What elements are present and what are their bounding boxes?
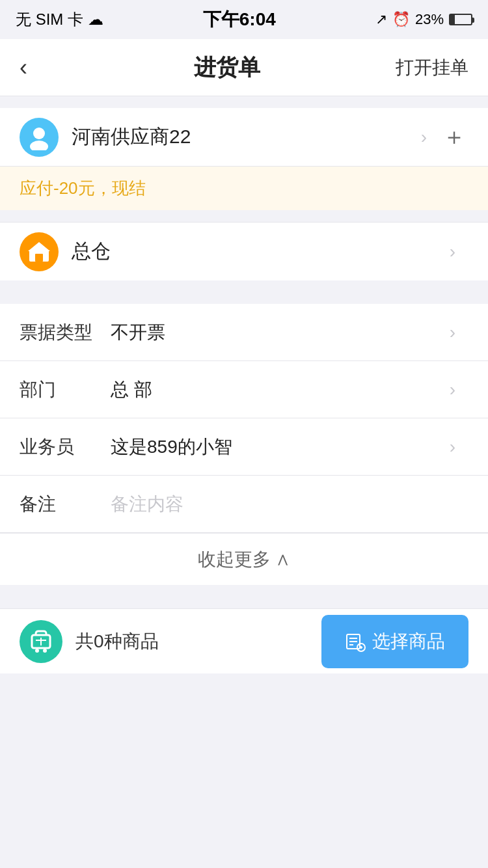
person-icon — [26, 124, 52, 150]
warehouse-name: 总仓 — [72, 238, 450, 265]
invoice-label: 票据类型 — [20, 320, 111, 345]
status-bar: 无 SIM 卡 ☁ 下午6:04 ↗ ⏰ 23% — [0, 0, 488, 39]
svg-point-7 — [43, 649, 47, 653]
form-row-invoice[interactable]: 票据类型 不开票 › — [0, 304, 488, 361]
nav-bar: ‹ 进货单 打开挂单 — [0, 39, 488, 96]
svg-point-0 — [33, 128, 45, 139]
form-row-department[interactable]: 部门 总 部 › — [0, 361, 488, 418]
remark-input[interactable]: 备注内容 — [111, 492, 468, 517]
battery-label: 23% — [415, 11, 444, 28]
select-product-icon — [345, 631, 366, 652]
page-title: 进货单 — [194, 53, 260, 83]
svg-marker-3 — [28, 242, 50, 251]
form-row-salesperson[interactable]: 业务员 这是859的小智 › — [0, 418, 488, 476]
supplier-notice: 应付-20元，现结 — [0, 167, 488, 210]
department-label: 部门 — [20, 377, 111, 402]
salesperson-value: 这是859的小智 — [111, 435, 450, 459]
open-pending-button[interactable]: 打开挂单 — [396, 55, 468, 80]
salesperson-chevron-icon: › — [450, 437, 455, 457]
alarm-icon: ⏰ — [392, 11, 410, 28]
supplier-row[interactable]: 河南供应商22 › ＋ — [0, 108, 488, 167]
select-product-button[interactable]: 选择商品 — [321, 615, 468, 668]
status-left: 无 SIM 卡 ☁ — [16, 9, 103, 30]
warehouse-icon — [27, 239, 51, 264]
invoice-chevron-icon: › — [450, 322, 455, 343]
chevron-right-icon: › — [421, 127, 427, 148]
svg-rect-4 — [35, 254, 43, 262]
sim-label: 无 SIM 卡 ☁ — [16, 9, 103, 30]
product-count-label: 共0种商品 — [75, 629, 321, 654]
warehouse-section: 总仓 › — [0, 222, 488, 280]
warehouse-chevron-icon: › — [450, 241, 455, 262]
location-icon: ↗ — [375, 11, 387, 28]
form-section: 票据类型 不开票 › 部门 总 部 › 业务员 这是859的小智 › 备注 备注… — [0, 304, 488, 585]
back-button[interactable]: ‹ — [20, 54, 59, 81]
status-right: ↗ ⏰ 23% — [375, 11, 472, 28]
cart-icon — [28, 629, 54, 655]
supplier-section: 河南供应商22 › ＋ 应付-20元，现结 — [0, 108, 488, 210]
invoice-value: 不开票 — [111, 320, 450, 345]
section-gap-4 — [0, 585, 488, 597]
section-gap-3 — [0, 280, 488, 292]
collapse-button[interactable]: 收起更多 ∧ — [198, 547, 291, 572]
add-supplier-button[interactable]: ＋ — [440, 121, 468, 153]
product-icon-wrap — [20, 620, 62, 663]
form-row-remark[interactable]: 备注 备注内容 — [0, 476, 488, 533]
status-time: 下午6:04 — [203, 7, 276, 32]
warehouse-icon-wrap — [20, 232, 59, 271]
warehouse-row[interactable]: 总仓 › — [0, 222, 488, 280]
supplier-avatar — [20, 118, 59, 157]
salesperson-label: 业务员 — [20, 435, 111, 459]
supplier-name: 河南供应商22 — [72, 124, 421, 150]
section-gap-1 — [0, 96, 488, 108]
svg-point-6 — [35, 649, 39, 653]
department-chevron-icon: › — [450, 379, 455, 400]
gray-fill-area — [0, 673, 488, 868]
svg-point-1 — [30, 141, 48, 150]
select-product-label: 选择商品 — [372, 629, 445, 654]
bottom-bar: 共0种商品 选择商品 — [0, 608, 488, 673]
section-gap-2 — [0, 210, 488, 222]
collapse-row[interactable]: 收起更多 ∧ — [0, 533, 488, 585]
battery-icon — [449, 14, 472, 25]
remark-label: 备注 — [20, 492, 111, 517]
department-value: 总 部 — [111, 377, 450, 402]
